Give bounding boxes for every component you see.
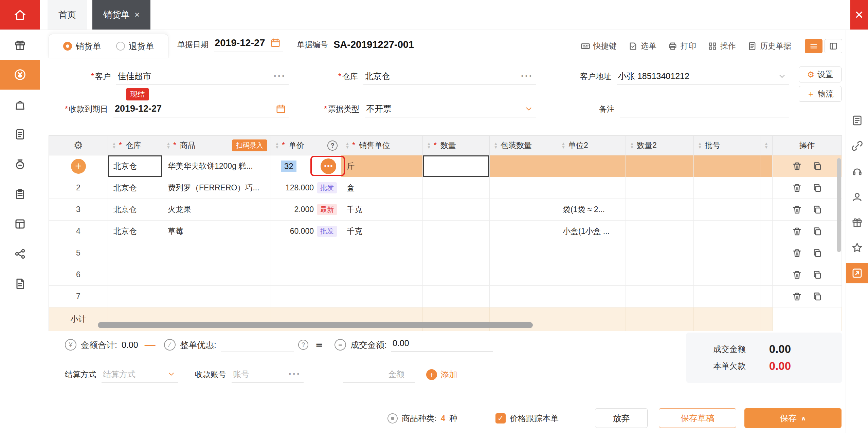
col-header-unit2[interactable]: ▲▼单位2	[557, 136, 626, 155]
due-date-field[interactable]: *收款到期日 2019-12-27	[65, 100, 289, 117]
col-header-batch[interactable]: ▲▼批号	[694, 136, 760, 155]
cell-product[interactable]	[162, 242, 271, 264]
save-draft-button[interactable]: 保存草稿	[659, 408, 736, 428]
sidebar-item-sales[interactable]	[0, 60, 40, 90]
cancel-button[interactable]: 放弃	[595, 408, 648, 428]
col-header-sales-unit[interactable]: ▲▼*销售单位	[341, 136, 423, 155]
sidebar-item-purchase[interactable]	[0, 90, 40, 119]
col-header-warehouse[interactable]: ▲▼*仓库	[108, 136, 162, 155]
toolbar-item-support[interactable]	[846, 161, 868, 182]
customer-address-field[interactable]: 客户地址 小张 18513401212	[580, 68, 789, 85]
minus-icon[interactable]: —	[145, 339, 156, 351]
cell-package-qty[interactable]	[490, 286, 557, 307]
payment-account-field[interactable]: 收款账号 账号 ···	[195, 366, 304, 383]
tab-close-icon[interactable]: ×	[134, 10, 140, 20]
cell-package-qty[interactable]	[490, 264, 557, 286]
select-doc-button[interactable]: 选单	[628, 41, 656, 51]
price-input-value[interactable]: 32	[281, 161, 296, 172]
copy-row-button[interactable]	[812, 270, 822, 280]
print-button[interactable]: 打印	[668, 41, 696, 51]
cell-batch[interactable]	[694, 177, 760, 199]
cell-qty2[interactable]	[626, 199, 694, 221]
remark-field[interactable]: 备注	[599, 100, 789, 117]
col-header-package-qty[interactable]: ▲▼包装数量	[490, 136, 557, 155]
tab-sales-order[interactable]: 销货单 ×	[92, 0, 150, 30]
sort-icon[interactable]: ▲▼	[698, 142, 702, 149]
doc-date-field[interactable]: 单据日期 2019-12-27	[177, 35, 283, 54]
help-icon[interactable]: ?	[327, 140, 338, 151]
cell-sales-unit[interactable]: 千克	[341, 221, 423, 242]
cell-batch[interactable]	[694, 264, 760, 286]
sort-icon[interactable]: ▲▼	[427, 142, 431, 149]
list-view-toggle[interactable]	[805, 39, 822, 53]
sidebar-item-apps[interactable]	[0, 239, 40, 269]
plus-icon[interactable]: +	[71, 159, 86, 174]
history-docs-button[interactable]: 历史单据	[747, 41, 791, 51]
cell-unit2[interactable]	[557, 242, 626, 264]
cell-quantity[interactable]	[423, 155, 490, 177]
sidebar-item-funds[interactable]	[0, 149, 40, 179]
cell-batch[interactable]	[694, 199, 760, 221]
cell-package-qty[interactable]	[490, 177, 557, 199]
cell-product[interactable]: 费列罗（FERRERO）巧...	[162, 177, 271, 199]
sort-icon[interactable]: ▲▼	[561, 142, 565, 149]
cell-price[interactable]: 128.000批发	[271, 177, 341, 199]
amount-field[interactable]: 金额	[343, 366, 415, 383]
toolbar-item-favorites[interactable]	[846, 238, 868, 258]
save-button[interactable]: 保存 ∧	[744, 408, 842, 428]
cell-qty2[interactable]	[626, 242, 694, 264]
cell-sales-unit[interactable]: 千克	[341, 199, 423, 221]
cell-sales-unit[interactable]	[341, 242, 423, 264]
logistics-button[interactable]: ＋ 物流	[799, 86, 842, 102]
sidebar-item-orders[interactable]	[0, 119, 40, 149]
customer-field[interactable]: *客户 佳佳超市 ···	[91, 68, 289, 85]
cell-product[interactable]	[162, 264, 271, 286]
cell-warehouse[interactable]: 北京仓	[108, 177, 162, 199]
cell-quantity[interactable]	[423, 199, 490, 221]
sidebar-item-goods[interactable]	[0, 30, 40, 60]
cell-warehouse[interactable]: 北京仓	[108, 221, 162, 242]
calendar-icon[interactable]	[270, 38, 281, 48]
toolbar-item-expand[interactable]	[846, 263, 868, 283]
cell-quantity[interactable]	[423, 242, 490, 264]
calendar-icon[interactable]	[276, 104, 286, 114]
cell-batch[interactable]	[694, 155, 760, 177]
cell-price[interactable]: 60.000批发	[271, 221, 341, 242]
toolbar-item-link[interactable]	[846, 136, 868, 156]
cell-sales-unit[interactable]	[341, 286, 423, 307]
cell-product[interactable]: 草莓	[162, 221, 271, 242]
delete-row-button[interactable]	[792, 270, 802, 280]
more-icon[interactable]: ···	[274, 71, 286, 81]
delete-row-button[interactable]	[792, 183, 802, 193]
col-header-hidden[interactable]: ▲▼	[760, 136, 773, 155]
cell-unit2[interactable]	[557, 264, 626, 286]
split-view-toggle[interactable]	[825, 39, 842, 53]
invoice-type-field[interactable]: *票据类型 不开票	[324, 100, 536, 117]
sort-icon[interactable]: ▲▼	[166, 142, 170, 149]
question-icon[interactable]: ?	[298, 340, 308, 350]
col-header-quantity[interactable]: ▲▼*数量	[423, 136, 490, 155]
cell-product[interactable]: 火龙果	[162, 199, 271, 221]
cell-batch[interactable]	[694, 221, 760, 242]
sort-icon[interactable]: ▲▼	[630, 142, 634, 149]
cell-warehouse[interactable]	[108, 264, 162, 286]
cell-sales-unit[interactable]: 盒	[341, 177, 423, 199]
cell-package-qty[interactable]	[490, 242, 557, 264]
cell-qty2[interactable]	[626, 221, 694, 242]
copy-row-button[interactable]	[812, 183, 822, 193]
settings-button[interactable]: ⚙ 设置	[799, 67, 842, 82]
more-icon[interactable]: ···	[521, 71, 533, 81]
cell-product[interactable]	[162, 286, 271, 307]
cell-quantity[interactable]	[423, 264, 490, 286]
col-header-product[interactable]: ▲▼*商品扫码录入	[162, 136, 271, 155]
cell-price[interactable]: 2.000最新	[271, 199, 341, 221]
cell-unit2[interactable]: 小盒(1小盒 ...	[557, 221, 626, 242]
cell-unit2[interactable]: 袋(1袋 ≈ 2...	[557, 199, 626, 221]
delete-row-button[interactable]	[792, 205, 802, 215]
cell-package-qty[interactable]	[490, 199, 557, 221]
discount-input[interactable]	[221, 338, 294, 352]
cell-warehouse[interactable]	[108, 242, 162, 264]
cell-quantity[interactable]	[423, 177, 490, 199]
cell-warehouse[interactable]	[108, 286, 162, 307]
checkbox-checked-icon[interactable]: ✓	[495, 413, 506, 423]
